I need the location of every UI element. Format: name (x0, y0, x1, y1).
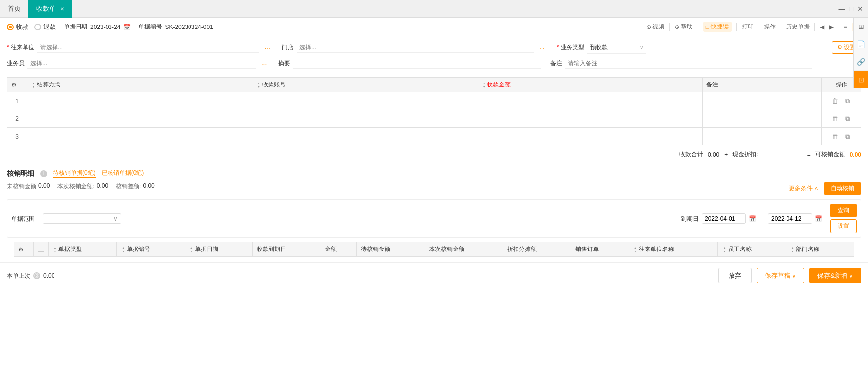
last-record-value: 0.00 (43, 272, 54, 279)
staff-input[interactable] (27, 58, 256, 69)
nav-next-icon[interactable]: ▶ (829, 24, 834, 30)
maximize-icon[interactable]: □ (849, 5, 853, 13)
save-new-btn[interactable]: 保存&新增 ∧ (809, 268, 861, 283)
layout-icon[interactable]: ≡ (844, 24, 847, 30)
receipt-refund-toggle: 收款 退款 (7, 23, 56, 31)
col-remark: 备注 (702, 78, 821, 92)
pending-tab[interactable]: 待核销单据(0笔) (53, 169, 96, 178)
table-row: 3 🗑 ⧉ (7, 128, 861, 145)
select-all-checkbox[interactable] (38, 246, 44, 252)
form-row-2: 业务员 ··· 摘要 备注 (7, 58, 861, 69)
chevron-down-icon: ∨ (640, 45, 643, 50)
business-type-field: 业务类型 预收款 ∨ (557, 42, 822, 54)
print-btn[interactable]: 打印 (742, 23, 754, 31)
writeoff-header: 核销明细 i 待核销单据(0笔) 已核销单据(0笔) (7, 169, 861, 178)
operation-btn[interactable]: 操作 (764, 23, 776, 31)
bottom-table: ⚙ ▲▼ 单据类型 ▲▼ 单据编号 (14, 242, 854, 257)
delete-row-icon-2[interactable]: 🗑 (830, 114, 840, 124)
bt-col-doc-num: ▲▼ 单据编号 (116, 242, 185, 257)
query-btn[interactable]: 查询 (830, 204, 857, 217)
bt-col-amount: 金额 (321, 242, 357, 257)
copy-row-icon-3[interactable]: ⧉ (843, 132, 853, 141)
copy-row-icon-2[interactable]: ⧉ (843, 114, 853, 124)
help-btn[interactable]: ⊙ 帮助 (675, 23, 693, 31)
footer: 本单上次 ⓪ 0.00 放弃 保存草稿 ∧ 保存&新增 ∧ (0, 262, 868, 288)
refund-radio[interactable]: 退款 (34, 23, 56, 31)
business-type-label: 业务类型 (557, 43, 584, 52)
partner-field: 往来单位 ··· (7, 42, 272, 53)
col-payment-method: ▲▼ 结算方式 (27, 78, 252, 92)
delete-row-icon-3[interactable]: 🗑 (830, 132, 840, 141)
minimize-icon[interactable]: — (839, 5, 845, 13)
shortcut-btn[interactable]: □ 快捷键 (703, 22, 732, 32)
date-from-input[interactable] (702, 213, 746, 224)
bt-col-doc-date: ▲▼ 单据日期 (185, 242, 253, 257)
main-content: 收款 退款 单据日期 2023-03-24 📅 单据编号 SK-20230324… (0, 18, 868, 391)
bt-col-due-date: 收款到期日 (253, 242, 321, 257)
partner-more-btn[interactable]: ··· (262, 44, 272, 52)
delete-row-icon[interactable]: 🗑 (830, 96, 840, 106)
bt-col-pending: 待核销金额 (357, 242, 425, 257)
discount-input[interactable] (763, 151, 802, 158)
summary-input[interactable] (293, 58, 540, 69)
writeoff-section: 核销明细 i 待核销单据(0笔) 已核销单据(0笔) 未核销金额 0.00 本次… (0, 164, 868, 262)
info-icon[interactable]: i (40, 170, 47, 177)
date-to-input[interactable] (768, 213, 812, 224)
divider7 (839, 23, 839, 31)
table-settings-col[interactable]: ⚙ (7, 78, 27, 92)
nav-prev-icon[interactable]: ◀ (820, 24, 824, 30)
partner-input[interactable] (37, 42, 259, 53)
remark-label: 备注 (550, 59, 562, 68)
remark-input[interactable] (565, 58, 812, 69)
more-conditions-btn[interactable]: 更多条件 ∧ (789, 184, 819, 193)
close-icon[interactable]: ✕ (857, 5, 863, 13)
filter-row: 单据范围 ∨ 到期日 📅 — 📅 查询 设置 (7, 199, 861, 238)
tab-receipt[interactable]: 收款单 ✕ (28, 0, 72, 18)
form-section: 往来单位 ··· 门店 ··· 业务类型 预收款 ∨ ⚙ 设置 业务员 (0, 36, 868, 74)
history-btn[interactable]: 历史单据 (786, 23, 810, 31)
divider6 (814, 23, 815, 31)
calendar-to-icon[interactable]: 📅 (815, 215, 822, 222)
current-writeoff-amount: 本次核销金额: 0.00 (57, 182, 108, 195)
col-amount: ▲▼ 收款金额 (477, 78, 703, 92)
auto-writeoff-btn[interactable]: 自动核销 (824, 182, 861, 195)
range-select[interactable]: ∨ (43, 213, 121, 224)
calendar-from-icon[interactable]: 📅 (749, 215, 756, 222)
copy-row-icon[interactable]: ⧉ (843, 96, 853, 106)
sidebar-expand-icon[interactable]: ⊡ (854, 71, 868, 88)
store-input[interactable] (297, 42, 534, 53)
tab-close-icon[interactable]: ✕ (60, 6, 64, 12)
sidebar-doc-icon[interactable]: 📄 (854, 35, 868, 53)
store-label: 门店 (282, 43, 294, 52)
calendar-icon[interactable]: 📅 (123, 24, 131, 30)
info-circle-icon[interactable]: ⓪ (33, 272, 40, 279)
bt-col-staff: ▲▼ 员工名称 (718, 242, 786, 257)
remark-field: 备注 (550, 58, 812, 69)
bottom-table-section: ⚙ ▲▼ 单据类型 ▲▼ 单据编号 (7, 242, 861, 257)
tab-home[interactable]: 首页 (0, 0, 28, 18)
toolbar-actions: ⊙ 视频 ⊙ 帮助 □ 快捷键 打印 操作 历史单据 (646, 22, 861, 32)
bt-col-settings[interactable]: ⚙ (14, 242, 34, 257)
sidebar-attach-icon[interactable]: 🔗 (854, 53, 868, 71)
staff-more-btn[interactable]: ··· (259, 60, 269, 68)
bt-col-current: 本次核销金额 (425, 242, 503, 257)
save-draft-btn[interactable]: 保存草稿 ∧ (757, 268, 804, 283)
sidebar-table-icon[interactable]: ⊞ (854, 18, 868, 35)
staff-label: 业务员 (7, 59, 25, 68)
date-filter: 到期日 📅 — 📅 (681, 213, 822, 224)
done-tab[interactable]: 已核销单据(0笔) (102, 169, 144, 178)
total-value: 0.00 (708, 151, 719, 158)
dropdown-icon: ∨ (113, 215, 118, 222)
store-more-btn[interactable]: ··· (537, 44, 547, 52)
writeoff-diff: 核销差额: 0.00 (116, 182, 155, 195)
receipt-radio[interactable]: 收款 (7, 23, 28, 31)
writeoff-settings-btn[interactable]: 设置 (830, 219, 857, 233)
video-btn[interactable]: ⊙ 视频 (646, 23, 664, 31)
writeoff-tabs: 待核销单据(0笔) 已核销单据(0笔) (53, 169, 144, 178)
writeoff-title: 核销明细 (7, 169, 34, 178)
available-value: 0.00 (850, 151, 861, 158)
abandon-btn[interactable]: 放弃 (718, 268, 752, 283)
bt-col-partner: ▲▼ 往来单位名称 (628, 242, 718, 257)
business-type-select[interactable]: 预收款 ∨ (587, 42, 646, 54)
summary-row: 收款合计 0.00 + 现金折扣: = 可核销金额 0.00 (0, 145, 868, 164)
